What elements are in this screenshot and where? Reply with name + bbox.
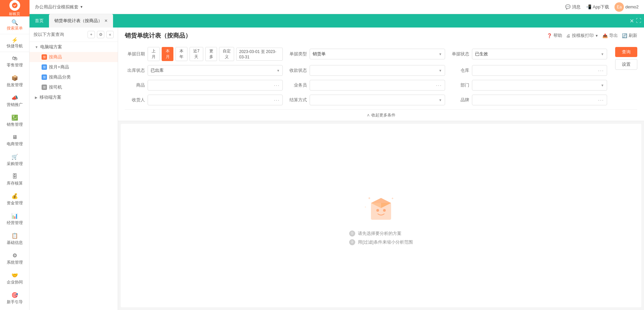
- main-area: 办公用品行业模拟账套 ▼ 💬 消息 📲 App下载 Ea demo2 首页: [30, 0, 644, 310]
- left-panel: 按以下方案查询 + ⚙ « ▼ 电脑端方案 按 按商品 按 按月+商品: [30, 28, 118, 310]
- salesman-select[interactable]: ···: [310, 80, 445, 91]
- svg-point-6: [383, 209, 386, 212]
- panel-add-icon[interactable]: +: [88, 31, 95, 38]
- tree-chevron-icon: ▼: [35, 45, 38, 49]
- workspace-selector[interactable]: 办公用品行业模拟账套 ▼: [35, 4, 83, 10]
- sidebar-item-search[interactable]: 🔍 搜索菜单: [0, 16, 29, 34]
- tree-section-mobile[interactable]: ▶ 移动端方案: [30, 92, 118, 102]
- order-status-caret-icon: ▼: [601, 52, 604, 56]
- stock-status-select[interactable]: 已出库 ▼: [148, 65, 283, 76]
- tab-controls: ✕ ⛶: [630, 18, 644, 24]
- user-menu[interactable]: Ea demo2: [614, 2, 639, 12]
- tab-report[interactable]: 销货单统计表（按商品） ✕: [49, 14, 113, 28]
- tabbar: 首页 销货单统计表（按商品） ✕ ✕ ⛶: [30, 14, 644, 28]
- sidebar-item-newbie[interactable]: 🎯 新手引导: [0, 289, 29, 308]
- filter-col-date: 单据日期 上月 本月 本年 近7天 更多 自定义: [125, 47, 287, 61]
- help-icon: ❓: [547, 33, 552, 38]
- print-label: 按模板打印: [572, 33, 594, 39]
- date-btn-custom[interactable]: 自定义: [219, 47, 234, 61]
- sidebar-item-wholesale[interactable]: 📦 批发管理: [0, 71, 29, 91]
- panel-collapse-icon[interactable]: «: [106, 31, 114, 38]
- sidebar-item-inventory[interactable]: 🗄 库存核算: [0, 170, 29, 190]
- tab-close-icon[interactable]: ✕: [104, 18, 108, 23]
- tree-item-by-category[interactable]: 按 按商品分类: [30, 72, 118, 82]
- tree-item-by-driver[interactable]: 按 按司机: [30, 82, 118, 92]
- date-btn-7days[interactable]: 近7天: [190, 47, 203, 61]
- messages-button[interactable]: 💬 消息: [565, 4, 581, 10]
- salesman-label: 业务员: [287, 82, 310, 88]
- sidebar-item-purchase[interactable]: 🛒 采购管理: [0, 150, 29, 170]
- query-button[interactable]: 查询: [615, 47, 637, 57]
- sidebar-item-system[interactable]: ⚙ 系统管理: [0, 249, 29, 269]
- sidebar-item-retail[interactable]: 🛍 零售管理: [0, 52, 29, 71]
- empty-tip-1-text: 请先选择要分析的方案: [358, 230, 401, 237]
- filter-row-2: 出库状态 已出库 ▼ 收款状态: [125, 65, 611, 76]
- collapse-icon: ∧: [367, 113, 371, 117]
- export-button[interactable]: 📤 导出: [602, 33, 618, 39]
- settlement-select[interactable]: ▼: [310, 95, 445, 105]
- tab-home[interactable]: 首页: [30, 14, 49, 28]
- sidebar-item-quick-nav[interactable]: ⚡ 快捷导航: [0, 34, 29, 52]
- receiver-select[interactable]: ···: [148, 95, 283, 105]
- filter-col-settlement: 结算方式 ▼: [287, 95, 449, 105]
- filter-row-3: 商品 ··· 业务员: [125, 80, 611, 91]
- date-btn-this-month[interactable]: 本月: [162, 47, 174, 61]
- filter-col-payment-status: 收款状态 ▼: [287, 65, 449, 76]
- date-btn-last-month[interactable]: 上月: [148, 47, 160, 61]
- page-title: 销货单统计表（按商品）: [125, 32, 191, 40]
- svg-text:✦: ✦: [368, 196, 371, 201]
- sidebar-item-sales[interactable]: 💹 销售管理: [0, 111, 29, 131]
- sidebar-item-enterprise[interactable]: 🤝 企业协同: [0, 269, 29, 289]
- badge-by-product: 按: [42, 54, 47, 60]
- department-caret-icon: ▼: [601, 84, 604, 87]
- receiver-dots-icon: ···: [274, 97, 280, 103]
- sidebar-item-marketing[interactable]: 📣 营销推广: [0, 91, 29, 111]
- sidebar-item-basic[interactable]: 📋 基础信息: [0, 229, 29, 249]
- app-download-button[interactable]: 📲 App下载: [586, 4, 609, 10]
- collapse-bar[interactable]: ∧ 收起更多条件: [125, 109, 637, 121]
- order-type-caret-icon: ▼: [439, 52, 442, 56]
- warehouse-select[interactable]: ···: [472, 65, 607, 76]
- date-btn-this-year[interactable]: 本年: [175, 47, 187, 61]
- product-select[interactable]: ···: [148, 80, 283, 91]
- filter-main: 单据日期 上月 本月 本年 近7天 更多 自定义: [125, 47, 611, 105]
- filter-col-salesman: 业务员 ···: [287, 80, 449, 91]
- help-button[interactable]: ❓ 帮助: [547, 33, 562, 39]
- sidebar-item-ecommerce[interactable]: 🖥 电商管理: [0, 131, 29, 150]
- badge-category: 按: [42, 74, 47, 80]
- content: 按以下方案查询 + ⚙ « ▼ 电脑端方案 按 按商品 按 按月+商品: [30, 28, 644, 310]
- tree-section-desktop[interactable]: ▼ 电脑端方案: [30, 42, 118, 52]
- panel-title: 按以下方案查询: [34, 32, 64, 38]
- tree-item-by-month-product[interactable]: 按 按月+商品: [30, 62, 118, 72]
- tree-item-by-product[interactable]: 按 按商品: [30, 52, 118, 62]
- panel-icons: + ⚙ «: [88, 31, 114, 38]
- svg-point-5: [376, 209, 379, 212]
- app-download-label: App下载: [593, 4, 609, 10]
- date-btn-more[interactable]: 更多: [205, 47, 217, 61]
- order-type-select[interactable]: 销货单 ▼: [310, 49, 445, 59]
- empty-tip-2: ② 用[过滤]条件来缩小分析范围: [349, 239, 413, 245]
- tab-close-window-icon[interactable]: ✕: [630, 18, 634, 24]
- order-status-select[interactable]: 已生效 ▼: [472, 49, 607, 59]
- date-label: 单据日期: [125, 51, 148, 57]
- tab-maximize-icon[interactable]: ⛶: [636, 18, 641, 24]
- svg-point-0: [12, 3, 17, 8]
- refresh-button[interactable]: 🔄 刷新: [622, 33, 637, 39]
- sidebar-item-operations[interactable]: 📊 经营管理: [0, 209, 29, 229]
- payment-status-select[interactable]: ▼: [310, 65, 445, 76]
- print-button[interactable]: 🖨 按模板打印 ▼: [566, 33, 598, 39]
- sidebar-item-apps[interactable]: 📱 应用中心: [0, 308, 29, 310]
- avatar: Ea: [614, 2, 624, 12]
- panel-settings-icon[interactable]: ⚙: [97, 31, 104, 38]
- empty-tip-2-text: 用[过滤]条件来缩小分析范围: [358, 239, 413, 245]
- filter-col-department: 部门 ▼: [449, 80, 611, 91]
- settlement-caret-icon: ▼: [439, 98, 442, 102]
- brand-select[interactable]: ···: [472, 95, 607, 105]
- stock-status-caret-icon: ▼: [276, 69, 280, 72]
- refresh-icon: 🔄: [622, 33, 627, 38]
- settings-button[interactable]: 设置: [615, 59, 637, 70]
- sidebar-item-finance[interactable]: 💰 资金管理: [0, 190, 29, 209]
- department-select[interactable]: ▼: [472, 80, 607, 91]
- sidebar-logo: 标账页: [0, 0, 30, 16]
- username-label: demo2: [625, 4, 639, 9]
